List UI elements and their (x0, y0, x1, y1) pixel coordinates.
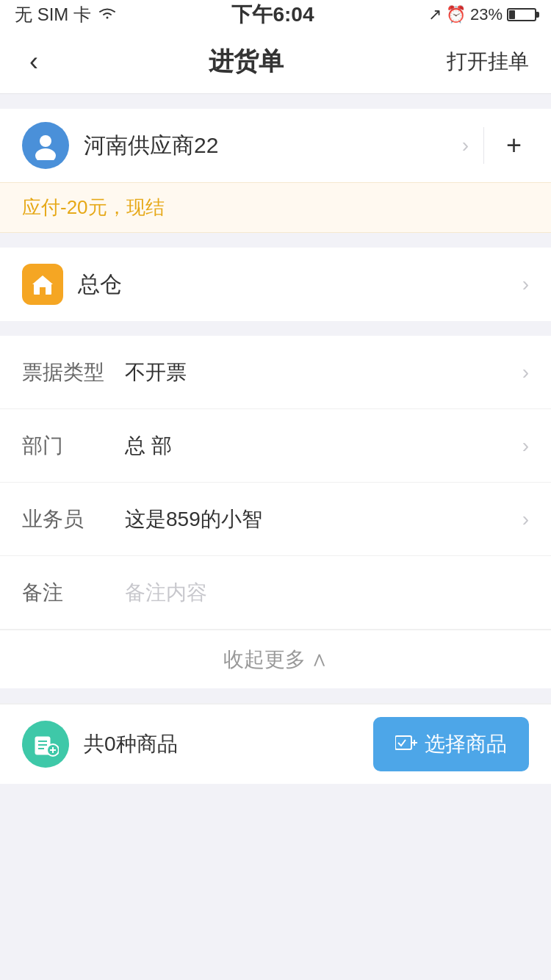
supplier-section: 河南供应商22 › + 应付-20元，现结 (0, 109, 551, 233)
svg-marker-3 (32, 275, 53, 284)
invoice-type-label: 票据类型 (22, 359, 110, 386)
warehouse-name: 总仓 (78, 270, 515, 300)
salesperson-row[interactable]: 业务员 这是859的小智 › (0, 483, 551, 556)
select-product-label: 选择商品 (425, 730, 507, 758)
department-row[interactable]: 部门 总 部 › (0, 409, 551, 483)
back-button[interactable]: ‹ (22, 39, 46, 84)
alarm-icon: ⏰ (446, 5, 466, 24)
remark-label: 备注 (22, 579, 110, 607)
bottom-gray-area (0, 784, 551, 975)
nav-bar: ‹ 进货单 打开挂单 (0, 29, 551, 94)
svg-point-1 (35, 148, 56, 160)
collapse-label: 收起更多 ∧ (223, 646, 328, 674)
page-title: 进货单 (209, 45, 284, 79)
battery-percent: 23% (470, 5, 503, 24)
carrier-text: 无 SIM 卡 (15, 3, 91, 26)
section-gap-1 (0, 94, 551, 109)
department-label: 部门 (22, 432, 110, 460)
salesperson-label: 业务员 (22, 505, 110, 533)
remark-value: 备注内容 (125, 579, 529, 607)
vertical-divider (483, 127, 484, 164)
warehouse-chevron-icon: › (522, 273, 529, 296)
wifi-icon (97, 4, 118, 25)
invoice-type-chevron-icon: › (522, 361, 529, 384)
warehouse-icon (22, 264, 63, 305)
select-product-icon (395, 735, 417, 754)
open-pending-button[interactable]: 打开挂单 (447, 48, 529, 76)
svg-rect-4 (40, 287, 46, 295)
product-bar: 共0种商品 选择商品 (0, 703, 551, 784)
form-section: 票据类型 不开票 › 部门 总 部 › 业务员 这是859的小智 › 备注 备注… (0, 336, 551, 688)
section-gap-4 (0, 688, 551, 703)
section-gap-3 (0, 321, 551, 336)
supplier-avatar (22, 122, 69, 169)
department-chevron-icon: › (522, 434, 529, 458)
warehouse-row[interactable]: 总仓 › (0, 248, 551, 321)
salesperson-chevron-icon: › (522, 508, 529, 531)
collapse-button[interactable]: 收起更多 ∧ (0, 630, 551, 688)
status-bar: 无 SIM 卡 下午6:04 ↗ ⏰ 23% (0, 0, 551, 29)
status-time: 下午6:04 (231, 1, 314, 29)
add-supplier-button[interactable]: + (499, 123, 529, 168)
supplier-row[interactable]: 河南供应商22 › + (0, 109, 551, 182)
select-product-button[interactable]: 选择商品 (373, 717, 529, 771)
location-icon: ↗ (428, 5, 442, 24)
battery-icon (507, 8, 536, 21)
product-count-text: 共0种商品 (84, 730, 373, 758)
supplier-name: 河南供应商22 (84, 131, 455, 161)
warehouse-section: 总仓 › (0, 248, 551, 321)
invoice-type-value: 不开票 (125, 359, 515, 386)
status-carrier: 无 SIM 卡 (15, 3, 118, 26)
remark-row[interactable]: 备注 备注内容 (0, 556, 551, 630)
invoice-type-row[interactable]: 票据类型 不开票 › (0, 336, 551, 409)
salesperson-value: 这是859的小智 (125, 505, 515, 533)
supplier-chevron-icon: › (462, 134, 469, 157)
section-gap-2 (0, 233, 551, 248)
svg-point-0 (40, 135, 51, 147)
department-value: 总 部 (125, 432, 515, 460)
notice-banner: 应付-20元，现结 (0, 182, 551, 233)
notice-text: 应付-20元，现结 (22, 196, 165, 218)
status-icons: ↗ ⏰ 23% (428, 5, 536, 24)
product-icon (22, 721, 69, 768)
